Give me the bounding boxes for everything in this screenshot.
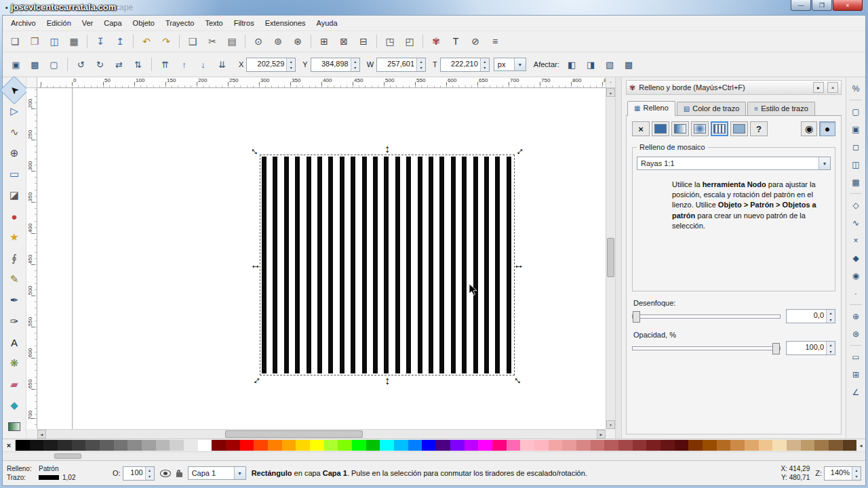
w-field-down-icon[interactable] (417, 64, 425, 71)
palette-swatch-30[interactable] (436, 440, 450, 451)
minimize-button[interactable]: — (791, 0, 811, 11)
flat-color-button[interactable] (652, 121, 669, 136)
dock-splitter[interactable] (615, 77, 622, 439)
fill-rule-evenodd-button[interactable]: ◉ (801, 121, 817, 136)
scale-handle-se-icon[interactable] (511, 372, 527, 388)
palette-swatch-45[interactable] (646, 440, 660, 451)
zoom-field-down-icon[interactable] (852, 473, 861, 480)
raise-to-top[interactable]: ⇈ (156, 56, 174, 73)
palette-swatch-20[interactable] (296, 440, 310, 451)
palette-swatch-59[interactable] (843, 440, 857, 451)
palette-swatch-37[interactable] (534, 440, 549, 451)
palette-swatch-46[interactable] (660, 440, 675, 451)
group[interactable]: ◳ (380, 32, 399, 51)
menu-item-objeto[interactable]: Objeto (127, 17, 160, 29)
x-field-down-icon[interactable] (287, 64, 295, 71)
fill-rule-nonzero-button[interactable]: ● (819, 121, 835, 136)
snap-guides[interactable]: ∠ (847, 384, 865, 401)
palette-swatch-19[interactable] (282, 440, 296, 451)
zoom-page[interactable]: ⊛ (288, 32, 307, 51)
selected-rectangle[interactable] (262, 157, 513, 373)
palette-swatch-44[interactable] (633, 440, 647, 451)
palette-scrollbar[interactable] (3, 451, 865, 460)
dropdown-arrow-icon[interactable] (234, 467, 245, 479)
dialog-close-button[interactable]: × (827, 82, 838, 93)
unlink-clone[interactable]: ⊟ (354, 32, 373, 51)
deselect[interactable]: ▢ (45, 56, 63, 73)
clone[interactable]: ⊠ (334, 32, 353, 51)
import[interactable]: ↧ (91, 32, 110, 51)
horizontal-scroll-thumb[interactable] (225, 430, 363, 438)
fill-stroke-dialog[interactable]: ✾ (427, 32, 446, 51)
palette-swatch-39[interactable] (562, 440, 576, 451)
zoom-drawing[interactable]: ⊚ (269, 32, 288, 51)
palette-swatch-33[interactable] (478, 440, 492, 451)
scroll-left-icon[interactable] (37, 430, 46, 439)
scale-stroke[interactable]: ◧ (563, 56, 581, 73)
vertical-scrollbar[interactable] (606, 88, 615, 429)
palette-swatch-40[interactable] (576, 440, 591, 451)
palette-swatch-54[interactable] (772, 440, 787, 451)
vertical-ruler[interactable]: 200250300350400450500550600650700 (26, 88, 37, 429)
palette-swatch-34[interactable] (492, 440, 507, 451)
palette-swatch-15[interactable] (226, 440, 240, 451)
snap-object-centers[interactable]: ⊕ (847, 308, 865, 325)
y-field[interactable]: 384,898 (311, 58, 360, 72)
palette-swatch-2[interactable] (43, 440, 58, 451)
palette-swatch-28[interactable] (408, 440, 422, 451)
spray-tool[interactable]: ❋ (4, 353, 24, 373)
scroll-corner-button[interactable] (606, 77, 615, 88)
menu-item-ayuda[interactable]: Ayuda (311, 17, 343, 29)
gradient-tool[interactable] (4, 416, 24, 436)
t-field[interactable]: 222,210 (440, 58, 490, 72)
scroll-down-icon[interactable] (606, 420, 615, 429)
window-titlebar[interactable]: Documento nuevo 3 - Inkscape ▪josevicent… (0, 0, 868, 15)
blur-slider[interactable] (632, 314, 781, 319)
blur-slider-thumb[interactable] (633, 311, 640, 323)
palette-swatch-5[interactable] (85, 440, 100, 451)
calligraphy-tool[interactable]: ✑ (4, 311, 24, 331)
xml-editor[interactable]: ⊘ (466, 32, 485, 51)
palette-swatch-41[interactable] (591, 440, 605, 451)
palette-swatch-13[interactable] (198, 440, 212, 451)
duplicate[interactable]: ⊞ (315, 32, 334, 51)
palette-swatch-11[interactable] (170, 440, 184, 451)
opacity-field-up-icon[interactable] (827, 342, 835, 348)
opacity-field-down-icon[interactable] (827, 348, 835, 355)
box3d-tool[interactable]: ◪ (4, 185, 24, 205)
snap-smooth-nodes[interactable]: ◉ (847, 267, 865, 284)
linear-gradient-button[interactable] (671, 121, 689, 136)
object-opacity-field-down-icon[interactable] (146, 473, 154, 480)
text-tool[interactable]: A (4, 332, 24, 352)
horizontal-scrollbar[interactable] (37, 429, 606, 439)
palette-swatch-48[interactable] (688, 440, 703, 451)
maximize-button[interactable]: ❐ (812, 0, 832, 11)
eraser-tool[interactable]: ▰ (4, 374, 24, 394)
unit-select[interactable]: px (494, 58, 526, 71)
select-all-layers[interactable]: ▩ (26, 56, 44, 73)
pencil-tool[interactable]: ✎ (4, 269, 24, 289)
raise[interactable]: ↑ (175, 56, 193, 73)
scroll-up-icon[interactable] (606, 88, 615, 97)
palette-swatch-9[interactable] (142, 440, 156, 451)
menu-item-extensiones[interactable]: Extensiones (260, 17, 311, 29)
export[interactable]: ↥ (111, 32, 130, 51)
palette-swatch-56[interactable] (801, 440, 815, 451)
palette-swatch-31[interactable] (450, 440, 465, 451)
palette-swatch-47[interactable] (675, 440, 689, 451)
snap-bbox-midpoints[interactable]: ◫ (847, 156, 865, 173)
palette-swatch-12[interactable] (184, 440, 198, 451)
no-color-swatch[interactable]: × (3, 440, 16, 451)
layer-lock-icon[interactable] (176, 472, 182, 477)
palette-swatch-53[interactable] (759, 440, 773, 451)
cut[interactable]: ✂ (203, 32, 222, 51)
radial-gradient-button[interactable] (691, 121, 709, 136)
layer-visibility-icon[interactable] (160, 470, 171, 477)
x-field[interactable]: 202,529 (246, 58, 296, 72)
bucket-tool[interactable]: ◆ (4, 395, 24, 415)
snap-bbox-edges[interactable]: ▣ (847, 121, 865, 138)
snap-path-intersections[interactable]: × (847, 232, 865, 249)
palette-swatch-32[interactable] (465, 440, 479, 451)
menu-item-texto[interactable]: Texto (199, 17, 228, 29)
y-field-up-icon[interactable] (351, 58, 359, 65)
